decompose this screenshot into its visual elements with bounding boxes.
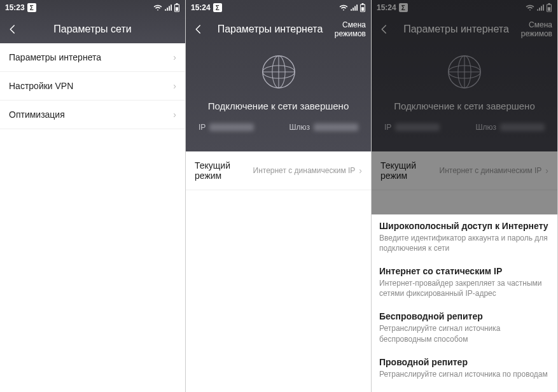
wifi-icon (153, 4, 162, 11)
option-wired-repeater[interactable]: Проводной репитер Ретранслируйте сигнал … (372, 351, 557, 386)
back-button[interactable] (191, 22, 206, 37)
option-title: Широкополосный доступ к Интернету (379, 221, 550, 231)
mode-list: Текущий режим Интернет с динамическим IP… (186, 151, 371, 190)
svg-rect-13 (548, 7, 550, 11)
option-desc: Ретранслируйте сигнал источника по прово… (379, 369, 550, 379)
status-icons (153, 3, 180, 12)
option-broadband[interactable]: Широкополосный доступ к Интернету Введит… (372, 214, 557, 260)
status-icons (526, 3, 552, 12)
gateway-group: Шлюз (475, 123, 545, 132)
connection-status: Подключение к сети завершено (186, 101, 371, 111)
page-title: Параметры сети (20, 24, 165, 35)
ip-group: IP (384, 123, 440, 132)
sigma-icon: Σ (399, 3, 408, 12)
screen-internet-params-modes: 15:24 Σ Параметры интернета Смена режимо… (372, 0, 558, 392)
svg-rect-2 (176, 7, 178, 11)
row-value: Интернет с динамическим IP (440, 166, 542, 175)
wifi-icon (526, 4, 534, 11)
chevron-left-icon (193, 24, 204, 35)
chevron-right-icon: › (173, 109, 176, 120)
option-static-ip[interactable]: Интернет со статическим IP Интернет-пров… (372, 260, 557, 305)
svg-rect-12 (548, 3, 550, 4)
globe-graphic (186, 43, 371, 101)
ip-label: IP (384, 123, 391, 132)
mode-options-sheet: Широкополосный доступ к Интернету Введит… (372, 214, 557, 392)
header: Параметры интернета Смена режимов (372, 15, 557, 43)
back-button[interactable] (377, 22, 392, 37)
status-time: 15:23 (5, 3, 25, 12)
connection-status: Подключение к сети завершено (372, 101, 557, 111)
chevron-right-icon: › (359, 165, 362, 176)
settings-list: Параметры интернета › Настройки VPN › Оп… (0, 43, 185, 129)
ip-label: IP (199, 123, 206, 132)
network-info-row: IP Шлюз (186, 111, 371, 138)
row-label: Текущий режим (195, 160, 253, 181)
status-bar: 15:24 Σ (186, 0, 371, 15)
chevron-right-icon: › (545, 165, 548, 176)
option-title: Проводной репитер (379, 357, 550, 367)
gateway-label: Шлюз (475, 123, 496, 132)
header: Параметры интернета Смена режимов (186, 15, 371, 43)
top-panel: 15:23 Σ Параметры сети (0, 0, 185, 43)
globe-icon (256, 49, 302, 95)
wifi-icon (339, 4, 348, 11)
page-title: Параметры интернета (392, 24, 520, 35)
option-wireless-repeater[interactable]: Беспроводной репитер Ретранслируйте сигн… (372, 305, 557, 350)
screen-internet-params: 15:24 Σ Параметры интернета Смена режимо… (186, 0, 372, 392)
screen-network-settings: 15:23 Σ Параметры сети Параметры интерне… (0, 0, 186, 392)
svg-rect-5 (361, 7, 364, 11)
row-optimization[interactable]: Оптимизация › (0, 101, 185, 129)
row-vpn-settings[interactable]: Настройки VPN › (0, 72, 185, 101)
gateway-value-redacted (500, 123, 545, 131)
ip-value-redacted (209, 123, 254, 131)
row-label: Текущий режим (380, 160, 440, 181)
row-value: Интернет с динамическим IP (253, 166, 356, 175)
gateway-label: Шлюз (289, 123, 310, 132)
mode-list: Текущий режим Интернет с динамическим IP… (372, 151, 557, 190)
signal-icon (350, 4, 358, 11)
option-desc: Ретранслируйте сигнал источника беспрово… (379, 323, 550, 344)
status-time: 15:24 (377, 3, 396, 12)
option-title: Беспроводной репитер (379, 311, 550, 321)
sigma-icon: Σ (213, 3, 222, 12)
svg-rect-1 (176, 3, 178, 4)
row-label: Настройки VPN (9, 81, 173, 91)
chevron-left-icon (379, 24, 390, 35)
battery-icon (174, 3, 180, 12)
globe-icon (442, 49, 487, 95)
battery-icon (359, 3, 366, 12)
svg-rect-4 (362, 3, 364, 4)
row-current-mode[interactable]: Текущий режим Интернет с динамическим IP… (372, 151, 557, 190)
status-bar: 15:23 Σ (0, 0, 185, 15)
header: Параметры сети (0, 15, 185, 43)
gateway-value-redacted (314, 123, 358, 131)
gateway-group: Шлюз (289, 123, 358, 132)
row-current-mode[interactable]: Текущий режим Интернет с динамическим IP… (186, 151, 371, 190)
network-info-row: IP Шлюз (372, 111, 557, 138)
mode-switch-button[interactable]: Смена режимов (334, 20, 366, 39)
status-time: 15:24 (191, 3, 211, 12)
chevron-left-icon (7, 24, 18, 35)
row-label: Параметры интернета (9, 52, 173, 62)
back-button[interactable] (5, 22, 20, 37)
option-desc: Введите идентификатор аккаунта и пароль … (379, 233, 550, 253)
top-panel: 15:24 Σ Параметры интернета Смена режимо… (186, 0, 371, 151)
battery-icon (546, 3, 552, 12)
page-title: Параметры интернета (206, 24, 334, 35)
option-desc: Интернет-провайдер закрепляет за частным… (379, 278, 550, 298)
chevron-right-icon: › (173, 52, 176, 62)
ip-value-redacted (395, 123, 440, 131)
sigma-icon: Σ (27, 3, 36, 12)
status-bar: 15:24 Σ (372, 0, 557, 15)
status-icons (339, 3, 366, 12)
row-internet-params[interactable]: Параметры интернета › (0, 43, 185, 72)
globe-graphic (372, 43, 557, 101)
mode-switch-button[interactable]: Смена режимов (520, 20, 552, 39)
row-label: Оптимизация (9, 109, 173, 120)
option-title: Интернет со статическим IP (379, 266, 550, 276)
signal-icon (536, 4, 544, 11)
chevron-right-icon: › (173, 81, 176, 91)
signal-icon (164, 4, 172, 11)
top-panel: 15:24 Σ Параметры интернета Смена режимо… (372, 0, 557, 151)
ip-group: IP (199, 123, 254, 132)
